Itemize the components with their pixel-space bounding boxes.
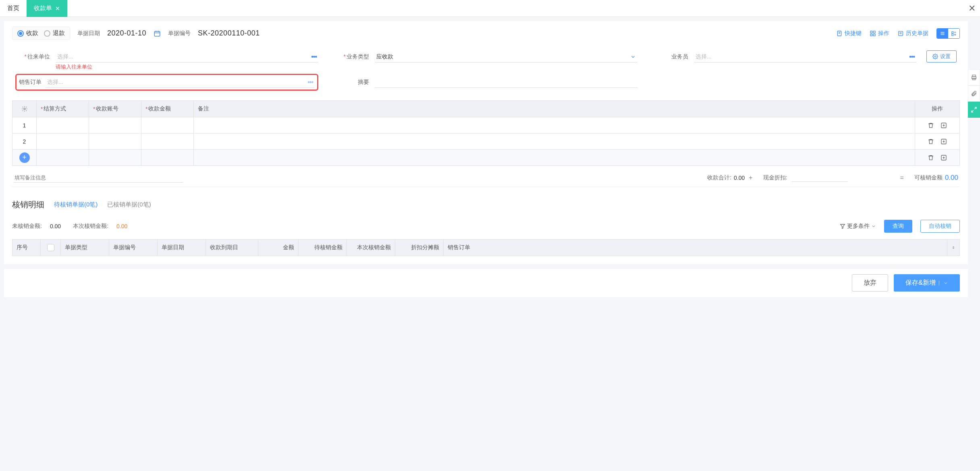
- add-row-icon[interactable]: [941, 154, 947, 161]
- grid-row: 2: [12, 133, 959, 149]
- summary-input[interactable]: [375, 77, 637, 88]
- svg-rect-0: [154, 31, 160, 36]
- row-index: 1: [12, 117, 37, 133]
- close-all-icon[interactable]: ✕: [964, 0, 980, 17]
- grid-header: *结算方式 *收款账号 *收款金额 备注 操作: [12, 101, 959, 117]
- settle-cell[interactable]: [37, 117, 89, 133]
- radio-receive[interactable]: 收款: [17, 29, 38, 37]
- salesman-input[interactable]: 选择... •••: [694, 51, 916, 63]
- tab-pending[interactable]: 待核销单据(0笔): [54, 201, 98, 208]
- more-conditions-button[interactable]: 更多条件: [840, 223, 876, 230]
- grid-icon: [870, 30, 876, 37]
- partner-error: 请输入往来单位: [56, 63, 92, 71]
- view-card-icon[interactable]: [948, 29, 959, 38]
- gear-icon: [932, 54, 938, 59]
- totals-row: 收款合计: 0.00 + 现金折扣: = 可核销金额 0.00: [12, 166, 960, 187]
- svg-marker-36: [953, 248, 955, 249]
- date-value[interactable]: 2020-01-10: [107, 29, 146, 38]
- biztype-select[interactable]: 应收款: [375, 51, 637, 63]
- amt-cell[interactable]: [141, 117, 194, 133]
- acct-cell[interactable]: [89, 133, 141, 149]
- date-label: 单据日期: [77, 30, 100, 37]
- amt-cell[interactable]: [141, 133, 194, 149]
- acct-cell[interactable]: [89, 117, 141, 133]
- svg-line-41: [972, 110, 974, 112]
- biztype-field: *业务类型 应收款: [334, 51, 637, 63]
- svg-rect-17: [952, 31, 953, 33]
- svg-rect-7: [870, 31, 872, 33]
- grid-row: 1: [12, 117, 959, 133]
- query-button[interactable]: 查询: [884, 220, 912, 233]
- svg-rect-9: [870, 34, 872, 36]
- add-circle-icon[interactable]: +: [19, 152, 30, 163]
- header-row: 收款 退款 单据日期 2020-01-10 单据编号 SK-20200110-0…: [12, 27, 960, 44]
- radio-dot-icon: [17, 30, 24, 37]
- attachment-icon[interactable]: [968, 85, 980, 102]
- view-toggle: [936, 28, 960, 39]
- docno-value: SK-20200110-001: [198, 29, 260, 38]
- salesorder-input[interactable]: 选择... •••: [46, 77, 315, 88]
- tab-receipt[interactable]: 收款单 ✕: [27, 0, 67, 17]
- remark-input[interactable]: [14, 173, 183, 183]
- svg-point-24: [24, 108, 25, 110]
- thistime-value: 0.00: [116, 223, 127, 229]
- more-icon[interactable]: •••: [311, 53, 317, 60]
- history-button[interactable]: 历史单据: [897, 30, 928, 37]
- thistime-label: 本次核销金额:: [73, 223, 108, 230]
- receipt-type-radio-group: 收款 退款: [12, 27, 70, 40]
- add-row-icon[interactable]: [941, 122, 947, 129]
- unverified-value: 0.00: [50, 223, 61, 229]
- verify-value: 0.00: [945, 174, 958, 182]
- select-all-checkbox[interactable]: [47, 244, 54, 251]
- svg-rect-20: [952, 34, 953, 35]
- verify-section-header: 核销明细 待核销单据(0笔) 已核销单据(0笔): [12, 199, 960, 210]
- header-actions: 快捷键 操作 历史单据: [836, 28, 960, 39]
- remark-cell[interactable]: [194, 117, 915, 133]
- tab-done[interactable]: 已核销单据(0笔): [107, 201, 151, 208]
- sum-label: 收款合计:: [707, 174, 731, 181]
- payment-grid: *结算方式 *收款账号 *收款金额 备注 操作 1: [12, 100, 960, 166]
- settings-button[interactable]: 设置: [926, 50, 957, 63]
- docno-label: 单据编号: [168, 30, 191, 37]
- chevron-down-icon[interactable]: [939, 281, 948, 286]
- discount-input[interactable]: [791, 174, 848, 182]
- save-button[interactable]: 保存&新增: [894, 274, 960, 292]
- partner-input[interactable]: 选择... •••: [56, 51, 318, 63]
- expand-icon[interactable]: [968, 102, 980, 118]
- discount-label: 现金折扣:: [763, 174, 787, 181]
- verify-label: 可核销金额: [914, 174, 943, 181]
- delete-icon[interactable]: [928, 122, 934, 129]
- settle-cell[interactable]: [37, 133, 89, 149]
- calendar-icon[interactable]: [154, 30, 161, 37]
- more-icon[interactable]: •••: [909, 53, 915, 60]
- auto-verify-button[interactable]: 自动核销: [920, 220, 960, 233]
- shortcut-button[interactable]: 快捷键: [836, 30, 862, 37]
- list-icon: [897, 30, 904, 37]
- side-rail: [968, 69, 980, 118]
- chevron-down-icon: [871, 224, 876, 229]
- summary-field: 摘要: [334, 74, 637, 91]
- chevron-down-icon[interactable]: [630, 54, 636, 60]
- radio-refund[interactable]: 退款: [44, 29, 65, 37]
- remark-cell[interactable]: [194, 133, 915, 149]
- equals-sign: =: [900, 174, 904, 181]
- form-area: *往来单位 选择... ••• 请输入往来单位 *业务类型 应收款 业务员 选择…: [12, 44, 960, 100]
- delete-icon[interactable]: [928, 138, 934, 145]
- unverified-label: 未核销金额:: [12, 223, 42, 230]
- tab-home[interactable]: 首页: [0, 0, 27, 17]
- print-icon[interactable]: [968, 69, 980, 85]
- more-icon[interactable]: •••: [307, 79, 313, 86]
- cancel-button[interactable]: 放弃: [852, 274, 888, 292]
- row-index: 2: [12, 133, 37, 149]
- view-list-icon[interactable]: [937, 29, 948, 38]
- operate-button[interactable]: 操作: [870, 30, 889, 37]
- close-icon[interactable]: ✕: [55, 5, 60, 12]
- radio-dot-icon: [44, 30, 50, 37]
- svg-marker-34: [841, 224, 845, 229]
- footer-bar: 放弃 保存&新增: [4, 268, 968, 297]
- sort-icon[interactable]: [947, 240, 959, 256]
- grid-settings-icon[interactable]: [12, 101, 37, 117]
- delete-icon[interactable]: [928, 154, 934, 161]
- section-title: 核销明细: [12, 199, 44, 210]
- add-row-icon[interactable]: [941, 138, 947, 145]
